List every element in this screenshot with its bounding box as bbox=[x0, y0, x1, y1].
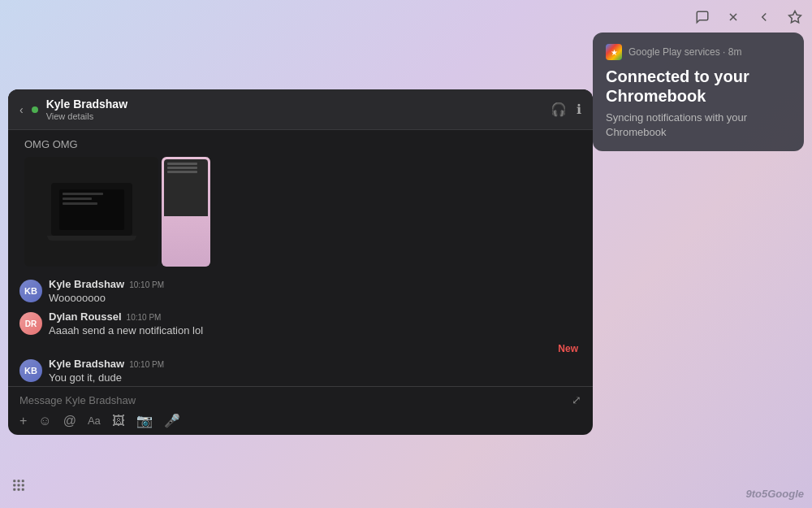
image-right bbox=[162, 157, 210, 267]
laptop-base bbox=[47, 236, 136, 241]
chat-area: OMG OMG bbox=[8, 130, 593, 386]
svg-rect-4 bbox=[18, 480, 20, 482]
close-icon[interactable] bbox=[724, 8, 742, 26]
notif-title: Connected to your Chromebook bbox=[606, 67, 791, 106]
input-area: ⤢ + ☺ @ Aa 🖼 📷 🎤 bbox=[8, 386, 593, 435]
msg-meta-3: Kyle Bradshaw 10:10 PM bbox=[49, 358, 581, 370]
info-icon[interactable]: ℹ bbox=[577, 102, 581, 117]
message-row-1: KB Kyle Bradshaw 10:10 PM Woooooooo bbox=[19, 278, 581, 306]
online-status-dot bbox=[32, 106, 38, 113]
laptop-body bbox=[51, 183, 132, 236]
back-arrow-icon[interactable]: ‹ bbox=[19, 103, 24, 116]
google-play-icon: ★ bbox=[606, 44, 622, 60]
svg-rect-3 bbox=[13, 480, 15, 482]
msg-author-3: Kyle Bradshaw bbox=[49, 358, 124, 370]
msg-content-2: Dylan Roussel 10:10 PM Aaaah send a new … bbox=[49, 310, 581, 338]
mention-icon[interactable]: @ bbox=[63, 414, 76, 428]
msg-content-1: Kyle Bradshaw 10:10 PM Woooooooo bbox=[49, 278, 581, 306]
img-line-1 bbox=[167, 163, 197, 165]
img-line-3 bbox=[167, 171, 197, 173]
image-preview bbox=[24, 157, 581, 267]
message-row-3: KB Kyle Bradshaw 10:10 PM You got it, du… bbox=[19, 358, 581, 385]
svg-rect-5 bbox=[22, 480, 24, 482]
back-icon[interactable] bbox=[755, 8, 773, 26]
notif-subtitle: Syncing notifications with your Chromebo… bbox=[606, 111, 791, 140]
top-bar bbox=[693, 8, 804, 26]
notif-header: ★ Google Play services · 8m bbox=[606, 44, 791, 60]
message-input[interactable] bbox=[19, 394, 572, 406]
msg-author-1: Kyle Bradshaw bbox=[49, 278, 124, 290]
avatar-kyle-1: KB bbox=[19, 280, 42, 302]
msg-time-2: 10:10 PM bbox=[127, 313, 162, 322]
image-right-top bbox=[164, 159, 208, 216]
tag-icon[interactable] bbox=[786, 8, 804, 26]
avatar-dylan-1: DR bbox=[19, 312, 42, 335]
new-badge: New bbox=[19, 343, 578, 354]
camera-icon[interactable]: 📷 bbox=[136, 413, 153, 428]
add-icon[interactable]: + bbox=[19, 414, 27, 428]
screen-content bbox=[63, 193, 121, 205]
svg-rect-6 bbox=[13, 484, 15, 487]
svg-rect-9 bbox=[13, 488, 15, 491]
msg-author-2: Dylan Roussel bbox=[49, 310, 122, 323]
screen-line-1 bbox=[63, 193, 103, 195]
svg-rect-8 bbox=[22, 484, 24, 487]
svg-rect-10 bbox=[18, 488, 20, 491]
image-left bbox=[24, 157, 158, 267]
contact-name: Kyle Bradshaw bbox=[46, 98, 127, 111]
message-row-2: DR Dylan Roussel 10:10 PM Aaaah send a n… bbox=[19, 310, 581, 338]
watermark: 9to5Google bbox=[745, 488, 804, 500]
emoji-icon[interactable]: ☺ bbox=[38, 414, 51, 428]
toolbar-icons: + ☺ @ Aa 🖼 📷 🎤 bbox=[19, 413, 581, 428]
view-details-link[interactable]: View details bbox=[46, 111, 127, 121]
grid-icon[interactable] bbox=[11, 478, 26, 497]
msg-content-3: Kyle Bradshaw 10:10 PM You got it, dude bbox=[49, 358, 581, 385]
screen-line-3 bbox=[63, 202, 97, 205]
messenger-window: ‹ Kyle Bradshaw View details 🎧 ℹ OMG OMG bbox=[8, 89, 593, 435]
msg-text-2: Aaaah send a new notification lol bbox=[49, 323, 581, 338]
notif-app-name: Google Play services · 8m bbox=[628, 46, 791, 58]
svg-rect-7 bbox=[18, 484, 20, 487]
headphone-icon[interactable]: 🎧 bbox=[551, 102, 567, 117]
window-header: ‹ Kyle Bradshaw View details 🎧 ℹ bbox=[8, 89, 593, 130]
laptop-screen bbox=[59, 189, 124, 230]
avatar-kyle-2: KB bbox=[19, 359, 42, 382]
svg-marker-2 bbox=[789, 11, 801, 23]
mic-icon[interactable]: 🎤 bbox=[164, 413, 180, 428]
message-input-row: ⤢ bbox=[19, 393, 581, 406]
msg-time-3: 10:10 PM bbox=[129, 360, 164, 369]
svg-rect-11 bbox=[22, 488, 24, 491]
header-icons: 🎧 ℹ bbox=[551, 102, 581, 117]
notification-card: ★ Google Play services · 8m Connected to… bbox=[593, 33, 804, 151]
chat-bubble-icon[interactable] bbox=[693, 8, 711, 26]
msg-meta-2: Dylan Roussel 10:10 PM bbox=[49, 310, 581, 323]
first-message: OMG OMG bbox=[24, 138, 581, 150]
text-format-icon[interactable]: Aa bbox=[88, 415, 101, 427]
msg-text-3: You got it, dude bbox=[49, 371, 581, 385]
screen-line-2 bbox=[63, 198, 92, 200]
expand-icon[interactable]: ⤢ bbox=[572, 393, 581, 406]
laptop-illustration bbox=[47, 183, 136, 241]
img-line-2 bbox=[167, 167, 197, 169]
msg-meta-1: Kyle Bradshaw 10:10 PM bbox=[49, 278, 581, 290]
image-icon[interactable]: 🖼 bbox=[112, 414, 125, 428]
image-dark-bg bbox=[24, 157, 158, 267]
msg-text-1: Woooooooo bbox=[49, 291, 581, 306]
msg-time-1: 10:10 PM bbox=[129, 280, 164, 289]
